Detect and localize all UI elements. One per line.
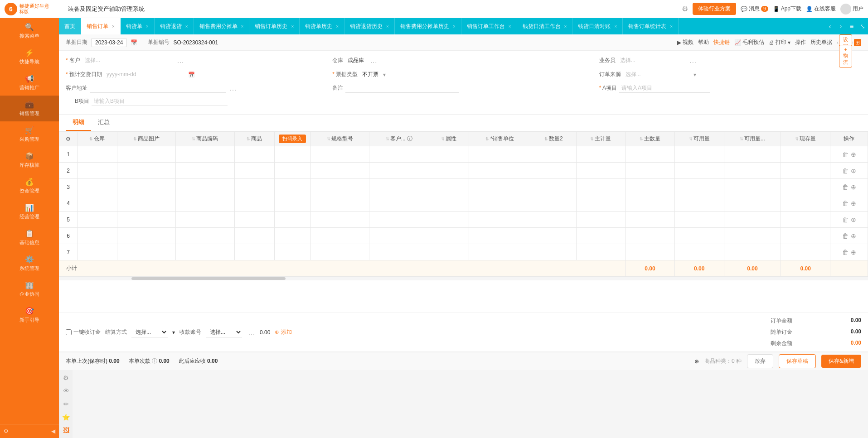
th-main-qty[interactable]: 主数量 <box>626 132 675 146</box>
sidebar-item-finance[interactable]: 💰 资金管理 <box>0 173 59 199</box>
rs-edit-icon[interactable]: ✏ <box>61 399 72 409</box>
row-copy-button[interactable]: ⊕ <box>851 249 856 256</box>
tab-cash-daily[interactable]: 钱货日清工作台 × <box>517 18 573 34</box>
tab-close-expense-history[interactable]: × <box>453 24 456 29</box>
message-button[interactable]: 💬 消息 9 <box>741 5 768 13</box>
tab-close-sales-history[interactable]: × <box>291 24 294 29</box>
tab-sales-order[interactable]: 销售订单 × <box>81 18 121 34</box>
rs-image-icon[interactable]: 🖼 <box>61 425 72 436</box>
th-qty2[interactable]: 数量2 <box>531 132 577 146</box>
quick-collect-checkbox[interactable]: 一键收订金 <box>66 328 101 336</box>
th-main-unit[interactable]: 主计量 <box>576 132 626 146</box>
scan-button[interactable]: 扫码录入 <box>279 135 306 143</box>
order-source-dropdown-icon[interactable]: ▾ <box>693 72 696 78</box>
tab-expand-button[interactable]: ⤡ <box>857 23 868 30</box>
online-service-button[interactable]: 👤 在线客服 <box>806 5 836 13</box>
order-source-input[interactable] <box>623 70 691 79</box>
help-button[interactable]: 帮助 <box>698 39 709 46</box>
tab-close-sales-expense[interactable]: × <box>241 24 244 29</box>
th-customer-attr[interactable]: 客户... ⓘ <box>369 132 429 146</box>
grid-view-icon[interactable]: ⊞ <box>854 39 861 46</box>
tab-close-return-history[interactable]: × <box>336 24 339 29</box>
tab-close-cash-reconcile[interactable]: × <box>614 24 617 29</box>
bproject-input[interactable] <box>92 96 228 106</box>
profit-button[interactable]: 📈 毛利预估 <box>734 39 764 46</box>
settings-icon[interactable]: ⚙ <box>682 5 688 13</box>
tab-sales-history[interactable]: 销售订单历史 × <box>249 18 300 34</box>
tab-prev-button[interactable]: ‹ <box>824 23 835 30</box>
history-button[interactable]: 历史单据 <box>810 39 832 46</box>
tab-return-history[interactable]: 销货单历史 × <box>300 18 344 34</box>
calendar-icon[interactable]: 📅 <box>131 39 137 46</box>
tab-close-workbench[interactable]: × <box>509 24 511 29</box>
app-download-button[interactable]: 📱 App下载 <box>773 5 801 13</box>
sidebar-item-operation[interactable]: 📊 经营管理 <box>0 199 59 225</box>
tab-menu-button[interactable]: ≡ <box>846 23 857 30</box>
row-copy-button[interactable]: ⊕ <box>851 167 856 174</box>
tab-workbench[interactable]: 销售订单工作台 × <box>461 18 517 34</box>
rs-settings-icon[interactable]: ⚙ <box>61 372 72 383</box>
print-button[interactable]: 🖨 打印 ▾ <box>769 39 790 46</box>
tab-detail[interactable]: 明细 <box>66 115 91 131</box>
tab-close-cash-daily[interactable]: × <box>564 24 567 29</box>
tab-close-sales-refund[interactable]: × <box>185 24 188 29</box>
tab-expense-history[interactable]: 销售费用分摊单历史 × <box>395 18 461 34</box>
tab-close-sales-stats[interactable]: × <box>670 24 673 29</box>
tab-sales-return[interactable]: 销货单 × <box>121 18 155 34</box>
tab-cash-reconcile[interactable]: 钱货日清对账 × <box>572 18 623 34</box>
th-product-code[interactable]: 商品编码 <box>176 132 234 146</box>
sidebar-item-marketing[interactable]: 📢 营销推广 <box>0 70 59 96</box>
th-current-stock[interactable]: 现存量 <box>781 132 830 146</box>
tab-home[interactable]: 首页 <box>59 18 81 34</box>
tab-next-button[interactable]: › <box>835 23 846 30</box>
warehouse-more-icon[interactable]: … <box>370 57 377 65</box>
account-select[interactable]: 选择... <box>206 327 242 337</box>
add-material-button[interactable]: + 物流 <box>839 45 852 67</box>
th-warehouse[interactable]: 仓库 <box>78 132 117 146</box>
tab-sales-expense[interactable]: 销售费用分摊单 × <box>194 18 250 34</box>
customer-more-icon[interactable]: … <box>177 57 184 65</box>
th-attr[interactable]: 属性 <box>429 132 469 146</box>
shortcut-button[interactable]: 快捷键 <box>713 39 730 46</box>
sidebar-item-inventory[interactable]: 📦 库存核算 <box>0 147 59 173</box>
th-product[interactable]: 商品 <box>234 132 274 146</box>
sidebar-collapse-icon[interactable]: ◀ <box>51 428 55 434</box>
sidebar-item-search[interactable]: 🔍 搜索菜单 <box>0 18 59 44</box>
save-new-button[interactable]: 保存&新增 <box>821 355 861 368</box>
user-button[interactable]: 用户 <box>840 4 863 14</box>
staff-input[interactable] <box>618 56 686 65</box>
sidebar-item-guide[interactable]: 🎯 新手引导 <box>0 302 59 328</box>
sidebar-item-basic[interactable]: 📋 基础信息 <box>0 225 59 250</box>
rs-star-icon[interactable]: ⭐ <box>61 412 72 423</box>
row-delete-button[interactable]: 🗑 <box>842 216 849 223</box>
tab-refund-history[interactable]: 销货退货历史 × <box>344 18 395 34</box>
toolbar-nav-prev[interactable]: ‹ <box>837 39 839 46</box>
row-copy-button[interactable]: ⊕ <box>851 200 856 207</box>
add-button[interactable]: ⊕ 添加 <box>275 328 291 336</box>
sidebar-item-system[interactable]: ⚙️ 系统管理 <box>0 250 59 276</box>
row-delete-button[interactable]: 🗑 <box>842 232 849 240</box>
sidebar-item-purchase[interactable]: 🛒 采购管理 <box>0 121 59 147</box>
tab-sales-refund[interactable]: 销货退货 × <box>155 18 194 34</box>
th-spec[interactable]: 规格型号 <box>310 132 369 146</box>
row-delete-button[interactable]: 🗑 <box>842 151 849 158</box>
row-copy-button[interactable]: ⊕ <box>851 216 856 223</box>
rs-eye-icon[interactable]: 👁 <box>61 385 72 396</box>
row-delete-button[interactable]: 🗑 <box>842 249 849 256</box>
row-delete-button[interactable]: 🗑 <box>842 183 849 191</box>
aproject-input[interactable] <box>619 83 710 93</box>
row-delete-button[interactable]: 🗑 <box>842 200 849 207</box>
delivery-input[interactable] <box>104 70 186 79</box>
settle-select[interactable]: 选择... <box>131 327 168 337</box>
sidebar-item-enterprise[interactable]: 🏢 企业协同 <box>0 276 59 302</box>
tab-close-refund-history[interactable]: × <box>386 24 389 29</box>
row-copy-button[interactable]: ⊕ <box>851 151 856 158</box>
th-product-img[interactable]: 商品图片 <box>117 132 175 146</box>
staff-more-icon[interactable]: … <box>689 57 697 65</box>
remark-input[interactable] <box>345 83 459 93</box>
th-available2[interactable]: 可用量... <box>724 132 781 146</box>
row-copy-button[interactable]: ⊕ <box>851 232 856 240</box>
tab-close-sales-order[interactable]: × <box>112 24 115 29</box>
invoice-dropdown-icon[interactable]: ▾ <box>383 72 386 78</box>
address-more-icon[interactable]: … <box>229 84 237 92</box>
